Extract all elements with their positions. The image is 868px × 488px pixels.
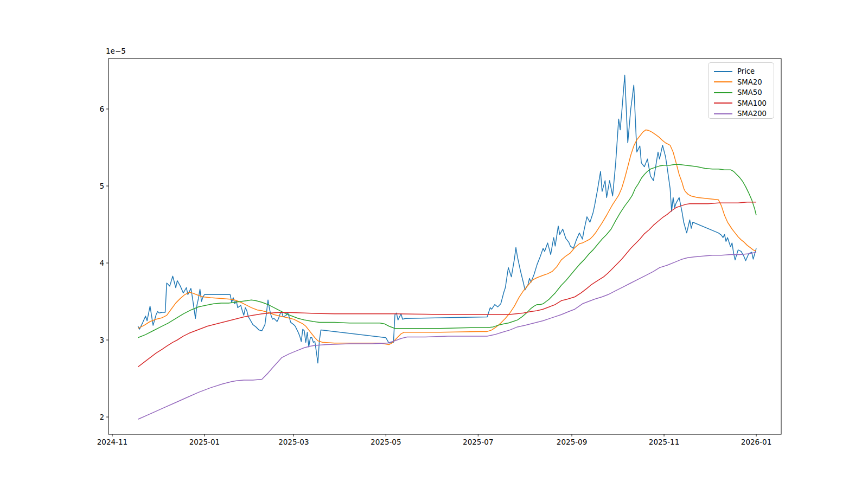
legend-item-sma100: SMA100 [714, 98, 774, 109]
x-tick-label: 2024-11 [97, 438, 127, 446]
sma50-line-swatch [714, 92, 732, 93]
x-tick-label: 2025-05 [371, 438, 401, 446]
x-tick-label: 2025-03 [278, 438, 309, 446]
axes-frame [108, 59, 781, 434]
y-tick-label: 6 [99, 105, 104, 113]
x-tick-label: 2025-07 [463, 438, 493, 446]
x-tick-label: 2025-01 [189, 438, 220, 446]
legend-label-sma50: SMA50 [737, 87, 762, 98]
sma20-line-swatch [714, 81, 732, 82]
legend-item-sma50: SMA50 [714, 87, 774, 98]
chart-figure: 2024-112025-012025-032025-052025-072025-… [0, 0, 868, 488]
sma200-line [138, 252, 756, 419]
y-tick-label: 2 [99, 413, 104, 421]
sma20-line [138, 130, 756, 344]
y-tick-label: 4 [99, 259, 104, 267]
y-tick-label: 3 [99, 336, 104, 344]
sma200-line-swatch [714, 113, 732, 114]
legend-item-sma20: SMA20 [714, 77, 774, 88]
y-axis-offset-label: 1e−5 [106, 47, 126, 55]
x-tick-label: 2025-11 [649, 438, 679, 446]
legend-item-price: Price [714, 66, 774, 77]
legend-label-sma20: SMA20 [737, 77, 762, 88]
sma100-line-swatch [714, 102, 732, 104]
sma100-line [138, 202, 756, 367]
legend-label-price: Price [737, 66, 755, 77]
series-lines [138, 75, 756, 420]
x-tick-label: 2025-09 [557, 438, 587, 446]
sma50-line [138, 164, 756, 338]
y-tick-label: 5 [99, 182, 104, 190]
legend-label-sma200: SMA200 [737, 108, 767, 119]
x-tick-label: 2026-01 [741, 438, 771, 446]
legend: Price SMA20 SMA50 SMA100 SMA200 [708, 62, 774, 119]
axis-ticks: 2024-112025-012025-032025-052025-072025-… [97, 105, 771, 446]
legend-item-sma200: SMA200 [714, 108, 774, 119]
legend-label-sma100: SMA100 [737, 98, 767, 109]
price-line-swatch [714, 71, 732, 72]
